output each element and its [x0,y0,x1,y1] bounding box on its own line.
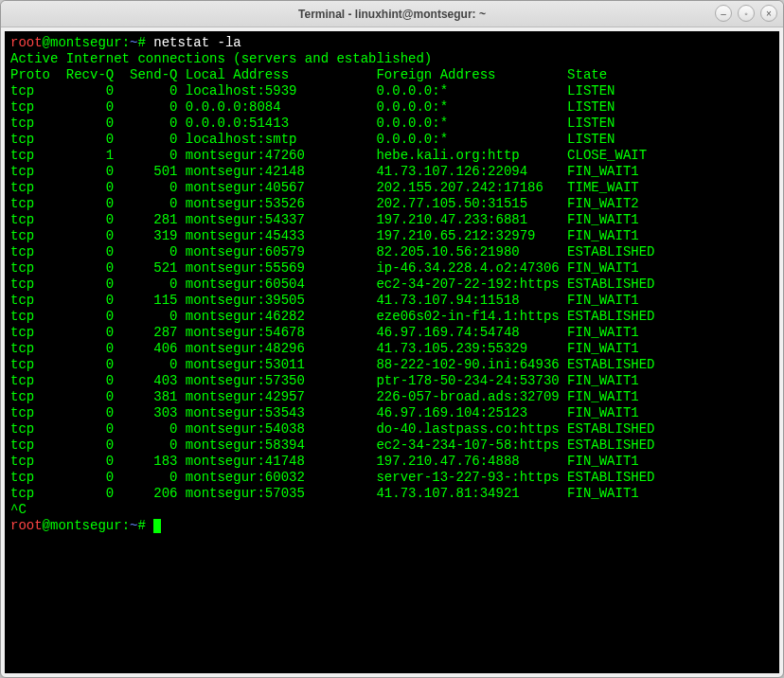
connection-row: tcp 0 115 montsegur:39505 41.73.107.94:1… [10,293,774,309]
maximize-button[interactable]: ◦ [738,5,755,22]
connection-row: tcp 0 0 0.0.0.0:8084 0.0.0.0:* LISTEN [10,99,774,116]
connection-row: tcp 0 303 montsegur:53543 46.97.169.104:… [10,405,774,421]
prompt-user-2: root [10,518,43,533]
close-button[interactable]: × [760,5,777,22]
connection-row: tcp 0 287 montsegur:54678 46.97.169.74:5… [10,325,774,341]
connection-row: tcp 1 0 montsegur:47260 hebe.kali.org:ht… [10,148,774,164]
connection-row: tcp 0 0 montsegur:60579 82.205.10.56:219… [10,244,774,260]
interrupt: ^C [10,502,774,518]
connection-row: tcp 0 403 montsegur:57350 ptr-178-50-234… [10,373,774,389]
titlebar[interactable]: Terminal - linuxhint@montsegur: ~ – ◦ × [1,1,783,27]
header-line: Active Internet connections (servers and… [10,51,774,67]
column-headers: Proto Recv-Q Send-Q Local Address Foreig… [10,67,774,83]
connection-row: tcp 0 0 montsegur:46282 eze06s02-in-f14.… [10,309,774,325]
connection-row: tcp 0 183 montsegur:41748 197.210.47.76:… [10,454,774,470]
connection-row: tcp 0 521 montsegur:55569 ip-46.34.228.4… [10,260,774,277]
terminal-window: Terminal - linuxhint@montsegur: ~ – ◦ × … [0,0,784,678]
connection-row: tcp 0 0 localhost:smtp 0.0.0.0:* LISTEN [10,132,774,148]
connection-row: tcp 0 319 montsegur:45433 197.210.65.212… [10,228,774,244]
connection-row: tcp 0 0 montsegur:53526 202.77.105.50:31… [10,196,774,212]
connection-row: tcp 0 0 montsegur:60504 ec2-34-207-22-19… [10,277,774,293]
connection-row: tcp 0 0 montsegur:53011 88-222-102-90.in… [10,357,774,373]
connection-row: tcp 0 0 montsegur:40567 202.155.207.242:… [10,180,774,196]
terminal-output[interactable]: root@montsegur:~# netstat -laActive Inte… [5,31,779,673]
minimize-button[interactable]: – [715,5,732,22]
command-text: netstat -la [153,35,241,50]
connection-row: tcp 0 0 0.0.0.0:51413 0.0.0.0:* LISTEN [10,116,774,132]
connection-row: tcp 0 0 localhost:5939 0.0.0.0:* LISTEN [10,83,774,99]
connection-row: tcp 0 0 montsegur:54038 do-40.lastpass.c… [10,421,774,437]
cursor [153,519,161,533]
connection-row: tcp 0 0 montsegur:60032 server-13-227-93… [10,470,774,486]
connection-row: tcp 0 406 montsegur:48296 41.73.105.239:… [10,341,774,357]
window-title: Terminal - linuxhint@montsegur: ~ [298,8,486,21]
connection-row: tcp 0 0 montsegur:58394 ec2-34-234-107-5… [10,437,774,454]
connection-row: tcp 0 206 montsegur:57035 41.73.107.81:3… [10,486,774,502]
connection-row: tcp 0 501 montsegur:42148 41.73.107.126:… [10,164,774,180]
prompt-user: root [10,35,43,50]
prompt-host: montsegur [50,35,122,50]
connection-row: tcp 0 281 montsegur:54337 197.210.47.233… [10,212,774,228]
connection-row: tcp 0 381 montsegur:42957 226-057-broad.… [10,389,774,405]
window-controls: – ◦ × [715,5,777,22]
